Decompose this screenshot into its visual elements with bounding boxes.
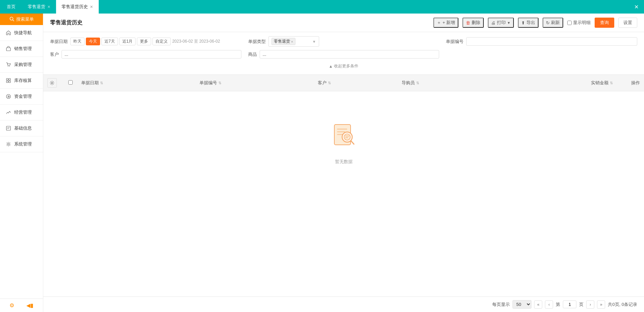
settings-icon[interactable]: ⚙	[9, 302, 14, 309]
export-icon: ⬆	[521, 20, 525, 25]
date-btn-1month[interactable]: 近1月	[119, 38, 136, 45]
empty-icon	[327, 118, 361, 153]
doctype-tag-value: 零售退货	[274, 39, 290, 44]
th-customer-label: 客户	[318, 80, 327, 85]
th-no[interactable]: 单据编号	[195, 75, 314, 91]
svg-rect-5	[6, 79, 8, 80]
tab-retail-return-history[interactable]: 零售退货历史 ✕	[56, 0, 99, 14]
sidebar-item-finance[interactable]: 资金管理	[0, 89, 43, 105]
tab-retail-return-close[interactable]: ✕	[47, 5, 50, 9]
delete-button-label: 删除	[472, 20, 480, 26]
search-icon	[9, 17, 14, 22]
empty-state: 暂无数据	[43, 91, 644, 192]
svg-line-19	[351, 141, 354, 144]
svg-point-11	[8, 143, 9, 145]
sidebar-item-finance-label: 资金管理	[14, 93, 32, 99]
th-amount-label: 实销金额	[591, 80, 609, 85]
th-amount[interactable]: 实销金额	[499, 75, 617, 91]
sidebar-item-sys-mgmt[interactable]: 系统管理	[0, 136, 43, 152]
content-area: 零售退货历史 ＋ + 新增 🗑 删除 🖨 打印 ▼ ⬆ 导出	[43, 14, 644, 312]
sidebar-item-inventory-label: 库存核算	[14, 77, 32, 84]
date-btn-more[interactable]: 更多	[137, 38, 151, 45]
svg-rect-10	[6, 126, 10, 130]
export-button[interactable]: ⬆ 导出	[518, 18, 539, 28]
filter-section: 单据日期 昨天 今天 近7天 近1月 更多 自定义 2023-06-02 至 2…	[43, 32, 644, 75]
table-section: 单据日期 单据编号 客户 导购员	[43, 75, 644, 296]
sidebar-item-inventory[interactable]: 库存核算	[0, 73, 43, 89]
svg-point-3	[8, 66, 8, 67]
sales-icon	[5, 46, 11, 52]
th-customer[interactable]: 客户	[314, 75, 397, 91]
volume-icon[interactable]: ◀▮	[26, 302, 33, 309]
select-all-checkbox[interactable]	[68, 80, 73, 85]
page-title: 零售退货历史	[50, 19, 82, 26]
tab-retail-return-label: 零售退货	[28, 4, 45, 10]
add-button[interactable]: ＋ + 新增	[433, 18, 458, 28]
sidebar-item-purchase-mgmt[interactable]: 采购管理	[0, 57, 43, 73]
svg-rect-8	[9, 81, 10, 83]
th-guide[interactable]: 导购员	[398, 75, 499, 91]
docno-input[interactable]	[466, 37, 637, 46]
query-button[interactable]: 查询	[595, 18, 614, 28]
doctype-tag: 零售退货 ×	[271, 38, 295, 45]
refresh-button[interactable]: ↻ 刷新	[543, 18, 563, 28]
date-btn-yesterday[interactable]: 昨天	[70, 38, 85, 45]
sidebar-item-quick-nav[interactable]: 快捷导航	[0, 25, 43, 41]
prev-page-button[interactable]: ‹	[545, 300, 553, 309]
customer-input[interactable]	[62, 50, 241, 59]
sidebar-item-operations[interactable]: 经营管理	[0, 105, 43, 120]
date-btn-7days[interactable]: 近7天	[101, 38, 118, 45]
docno-filter-label: 单据编号	[446, 39, 463, 45]
goods-input[interactable]	[260, 50, 439, 59]
table-wrapper: 单据日期 单据编号 客户 导购员	[43, 75, 644, 192]
inventory-icon	[5, 77, 11, 84]
export-button-label: 导出	[526, 20, 535, 26]
svg-rect-2	[6, 48, 10, 51]
sidebar-item-base-info[interactable]: 基础信息	[0, 120, 43, 136]
next-page-button[interactable]: ›	[586, 300, 594, 309]
pagination-bar: 每页显示 10 20 50 100 « ‹ 第 页 › » 共0页, 0条记录	[43, 296, 644, 312]
sidebar-search[interactable]: 搜索菜单	[0, 14, 43, 25]
page-input[interactable]	[563, 300, 576, 308]
window-close-button[interactable]: ✕	[634, 4, 644, 10]
page-size-select[interactable]: 10 20 50 100	[512, 300, 531, 309]
date-btn-custom[interactable]: 自定义	[152, 38, 171, 45]
svg-rect-14	[337, 129, 347, 130]
filter-doctype-item: 单据类型 零售退货 × ▼	[248, 36, 439, 47]
table-settings-icon[interactable]	[47, 78, 57, 88]
doctype-tag-close[interactable]: ×	[291, 40, 293, 44]
show-detail-checkbox[interactable]: 显示明细	[567, 20, 591, 26]
filter-customer-item: 客户	[50, 50, 241, 59]
date-filter-label: 单据日期	[50, 39, 68, 45]
show-detail-input[interactable]	[567, 21, 572, 25]
filter-row-2: 客户 商品	[50, 50, 637, 59]
home-icon	[5, 30, 11, 36]
nav-tabs: 首页 零售退货 ✕ 零售退货历史 ✕	[0, 0, 634, 14]
doctype-dropdown-icon: ▼	[312, 40, 316, 44]
collapse-button[interactable]: ▲ 收起更多条件	[325, 62, 363, 70]
tab-home[interactable]: 首页	[0, 0, 22, 14]
th-date[interactable]: 单据日期	[77, 75, 195, 91]
tab-retail-return-history-close[interactable]: ✕	[90, 5, 93, 9]
system-icon	[5, 141, 11, 147]
print-button-label: 打印	[497, 20, 506, 26]
tab-retail-return[interactable]: 零售退货 ✕	[22, 0, 56, 14]
main-layout: 搜索菜单 快捷导航 销售管理 采购管理	[0, 14, 644, 312]
add-button-label: + 新增	[443, 20, 455, 26]
svg-line-1	[13, 20, 14, 21]
delete-button[interactable]: 🗑 删除	[462, 18, 484, 28]
svg-rect-6	[9, 79, 10, 80]
customer-filter-label: 客户	[50, 51, 59, 58]
operations-icon	[5, 109, 11, 115]
top-nav: 首页 零售退货 ✕ 零售退货历史 ✕ ✕	[0, 0, 644, 14]
sidebar-item-sales-mgmt[interactable]: 销售管理	[0, 41, 43, 57]
print-button[interactable]: 🖨 打印 ▼	[488, 18, 514, 28]
show-detail-label: 显示明细	[573, 20, 591, 26]
doctype-select[interactable]: 零售退货 × ▼	[268, 36, 319, 47]
tab-retail-return-history-label: 零售退货历史	[62, 4, 88, 10]
last-page-button[interactable]: »	[597, 300, 605, 309]
date-btn-today[interactable]: 今天	[86, 38, 100, 45]
first-page-button[interactable]: «	[534, 300, 542, 309]
settings-button[interactable]: 设置	[618, 18, 637, 28]
doctype-filter-label: 单据类型	[248, 39, 266, 45]
